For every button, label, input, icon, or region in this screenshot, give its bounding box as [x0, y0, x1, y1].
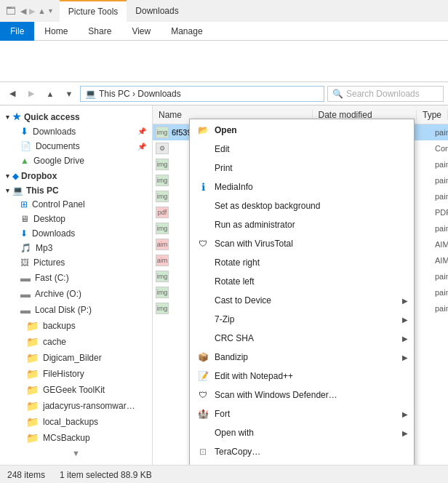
mp3-label: Mp3: [36, 243, 52, 253]
ctx-item-edit[interactable]: Edit: [190, 140, 414, 159]
ctx-open-with-label: Open with: [215, 428, 254, 438]
back-button[interactable]: ◀: [4, 86, 20, 102]
ctx-item-run-admin[interactable]: Run as administrator: [190, 215, 414, 234]
sidebar-item-fast-c[interactable]: ▬ Fast (C:): [0, 270, 152, 286]
forward-button[interactable]: ▶: [23, 86, 39, 102]
sidebar-item-control-panel[interactable]: ⊞ Control Panel: [0, 197, 152, 212]
ribbon-tab-view[interactable]: View: [121, 22, 161, 41]
ctx-open-label: Open: [215, 125, 237, 135]
sidebar-item-downloads-pc[interactable]: ⬇ Downloads: [0, 226, 152, 241]
ribbon-tab-share[interactable]: Share: [78, 22, 121, 41]
ctx-item-rotate-right[interactable]: Rotate right: [190, 253, 414, 272]
thispc-label: This PC: [26, 185, 59, 196]
sidebar-item-cache[interactable]: 📁 cache: [0, 334, 152, 350]
up-button[interactable]: ▲: [42, 86, 58, 102]
ctx-crcsha-label: CRC SHA: [215, 333, 254, 343]
ctx-rotate-left-label: Rotate left: [215, 276, 255, 287]
downloads-icon: ⬇: [20, 126, 28, 137]
sidebar-item-backups[interactable]: 📁 backups: [0, 318, 152, 334]
sidebar-item-google-drive[interactable]: ▲ Google Drive: [0, 153, 152, 168]
main-area: ▾ ★ Quick access ⬇ Downloads 📌 📄 Documen…: [0, 105, 448, 465]
sidebar-item-digicam[interactable]: 📁 Digicam_Bilder: [0, 350, 152, 366]
bandizip-icon: 📦: [196, 350, 210, 364]
ribbon-tab-home[interactable]: Home: [34, 22, 78, 41]
archive-label: Archive (O:): [35, 289, 81, 299]
window-icon: 🗔: [6, 5, 16, 17]
ctx-item-set-desktop[interactable]: Set as desktop background: [190, 196, 414, 215]
file-type-cell: paint: [429, 288, 448, 297]
ctx-item-fort[interactable]: 🏰 Fort ▶: [190, 404, 414, 423]
sidebar-item-pictures[interactable]: 🖼 Pictures: [0, 255, 152, 270]
local-disk-icon: ▬: [20, 304, 31, 316]
stitch-icon: 🖼: [196, 463, 210, 465]
context-menu: 📂 Open Edit Print ℹ MediaInfo Set as des…: [189, 119, 415, 465]
pictures-icon: 🖼: [20, 258, 29, 268]
local-backups-folder-icon: 📁: [26, 416, 39, 428]
content-pane: Name Date modified Type img 6f539fceea7b…: [153, 105, 448, 465]
ctx-item-stitch[interactable]: 🖼 Stitch using Image Composite Editor: [190, 461, 414, 465]
sidebar-item-jadacyrus[interactable]: 📁 jadacyrus-ransomwarere…: [0, 398, 152, 414]
filehistory-folder-icon: 📁: [26, 368, 39, 380]
sidebar-item-local-disk-p[interactable]: ▬ Local Disk (P:): [0, 302, 152, 318]
file-type-cell: paint: [429, 304, 448, 313]
fast-c-icon: ▬: [20, 272, 31, 284]
ctx-item-crcsha[interactable]: CRC SHA ▶: [190, 329, 414, 348]
file-thumbnail: img: [156, 175, 169, 186]
ctx-item-print[interactable]: Print: [190, 159, 414, 177]
notepadpp-icon: 📝: [196, 369, 210, 383]
ctx-item-open-with[interactable]: Open with ▶: [190, 423, 414, 442]
sidebar-item-archive-o[interactable]: ▬ Archive (O:): [0, 286, 152, 302]
forward-arrow-icon: ▶: [29, 7, 35, 16]
sidebar-item-filehistory[interactable]: 📁 FileHistory: [0, 366, 152, 382]
col-header-type[interactable]: Type: [417, 110, 448, 120]
ctx-item-open[interactable]: 📂 Open: [190, 121, 414, 140]
tab-downloads[interactable]: Downloads: [127, 0, 187, 22]
ribbon-tabs: File Home Share View Manage: [0, 22, 448, 41]
ctx-item-rotate-left[interactable]: Rotate left: [190, 272, 414, 291]
status-bar: 248 items 1 item selected 88.9 KB: [0, 465, 448, 483]
mcsbackup-label: MCsBackup: [43, 433, 90, 443]
file-type-cell: paint: [429, 128, 448, 137]
thispc-arrow-icon: ▾: [6, 187, 9, 194]
address-path[interactable]: 💻 This PC › Downloads: [80, 86, 324, 102]
fast-c-label: Fast (C:): [35, 273, 69, 283]
file-thumbnail: aim: [156, 239, 169, 250]
sidebar-item-local-backups[interactable]: 📁 local_backups: [0, 414, 152, 430]
title-bar-left: 🗔 ◀ ▶ ▲ ▼: [0, 5, 60, 17]
run-admin-icon: [196, 217, 210, 232]
ctx-item-virustotal[interactable]: 🛡 Scan with VirusTotal: [190, 234, 414, 253]
ctx-item-windefender[interactable]: 🛡 Scan with Windows Defender…: [190, 386, 414, 404]
ctx-item-cast[interactable]: Cast to Device ▶: [190, 291, 414, 310]
search-box[interactable]: 🔍 Search Downloads: [327, 86, 444, 102]
ctx-item-bandizip[interactable]: 📦 Bandizip ▶: [190, 348, 414, 367]
sidebar-item-desktop[interactable]: 🖥 Desktop: [0, 212, 152, 226]
ctx-item-notepadpp[interactable]: 📝 Edit with Notepad++: [190, 367, 414, 386]
search-icon: 🔍: [332, 89, 343, 99]
sidebar-item-mcsbackup[interactable]: 📁 MCsBackup: [0, 430, 152, 446]
ctx-item-teracopy[interactable]: ⊡ TeraCopy…: [190, 442, 414, 461]
teracopy-icon: ⊡: [196, 444, 210, 459]
file-thumbnail: pdf: [156, 207, 169, 218]
sidebar-section-quick-access[interactable]: ▾ ★ Quick access: [0, 108, 152, 124]
ctx-item-mediainfo[interactable]: ℹ MediaInfo: [190, 177, 414, 196]
tab-picture-tools[interactable]: Picture Tools: [60, 0, 127, 22]
sidebar-item-downloads-quick[interactable]: ⬇ Downloads 📌: [0, 124, 152, 139]
sidebar-item-gegeek[interactable]: 📁 GEGeek ToolKit: [0, 382, 152, 398]
sidebar-section-dropbox[interactable]: ▾ ◆ Dropbox: [0, 168, 152, 183]
sidebar-item-mp3[interactable]: 🎵 Mp3: [0, 241, 152, 255]
mcsbackup-folder-icon: 📁: [26, 432, 39, 444]
mediainfo-icon: ℹ: [196, 180, 210, 194]
file-thumbnail: img: [156, 223, 169, 234]
file-type-cell: paint: [429, 176, 448, 185]
file-thumbnail: img: [156, 303, 169, 314]
sidebar-section-thispc[interactable]: ▾ 💻 This PC: [0, 183, 152, 197]
window-controls: 🗔 ◀ ▶ ▲ ▼: [6, 5, 54, 17]
ribbon-tab-file[interactable]: File: [0, 22, 34, 41]
ctx-mediainfo-label: MediaInfo: [215, 182, 253, 192]
ribbon-tab-manage[interactable]: Manage: [161, 22, 212, 41]
gdrive-icon: ▲: [20, 156, 29, 166]
open-with-icon: [196, 426, 210, 440]
sidebar-item-documents[interactable]: 📄 Documents 📌: [0, 139, 152, 153]
ctx-item-7zip[interactable]: 7-Zip ▶: [190, 310, 414, 329]
recent-button[interactable]: ▼: [61, 86, 77, 102]
